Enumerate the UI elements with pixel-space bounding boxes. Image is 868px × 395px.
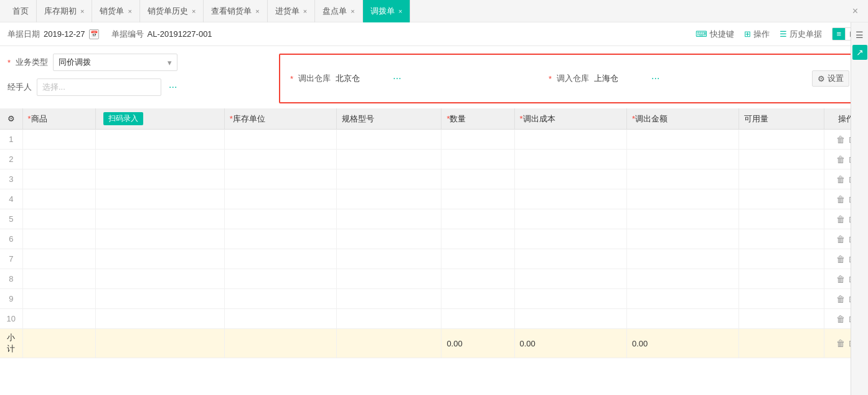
delete-icon[interactable]: 🗑 xyxy=(834,135,847,145)
cell-unit[interactable] xyxy=(224,130,336,150)
tab-sales-history-close[interactable]: × xyxy=(192,7,196,15)
shortcuts-btn[interactable]: ⌨ 快捷键 xyxy=(696,29,734,40)
cell-amount[interactable]: 0.00 xyxy=(627,329,739,358)
cell-amount[interactable] xyxy=(627,289,739,309)
business-type-dropdown[interactable]: 同价调拨 ▾ xyxy=(53,54,177,71)
cell-cost[interactable] xyxy=(514,309,626,329)
cell-qty[interactable] xyxy=(441,309,514,329)
cell-cost[interactable] xyxy=(514,249,626,269)
delete-icon[interactable]: 🗑 xyxy=(834,234,847,244)
cell-qty[interactable] xyxy=(441,209,514,229)
calendar-icon[interactable]: 📅 xyxy=(89,29,99,39)
delete-icon[interactable]: 🗑 xyxy=(834,294,847,304)
cell-cost[interactable] xyxy=(514,130,626,150)
cell-spec[interactable] xyxy=(337,249,441,269)
cell-cost[interactable] xyxy=(514,269,626,289)
cell-cost[interactable] xyxy=(514,189,626,209)
cell-qty[interactable] xyxy=(441,130,514,150)
tab-view-sales[interactable]: 查看销货单 × xyxy=(204,0,267,22)
cell-amount[interactable] xyxy=(627,189,739,209)
cell-unit[interactable] xyxy=(224,150,336,169)
in-warehouse-more-btn[interactable]: ··· xyxy=(649,73,662,84)
cell-amount[interactable] xyxy=(627,169,739,189)
cell-amount[interactable] xyxy=(627,150,739,169)
cell-amount[interactable] xyxy=(627,229,739,249)
cell-product[interactable] xyxy=(22,289,95,309)
cell-unit[interactable] xyxy=(224,209,336,229)
cell-product[interactable] xyxy=(22,329,95,358)
delete-icon[interactable]: 🗑 xyxy=(834,194,847,204)
tab-inventory-check[interactable]: 盘点单 × xyxy=(315,0,362,22)
cell-unit[interactable] xyxy=(224,169,336,189)
tab-purchase-order[interactable]: 进货单 × xyxy=(268,0,315,22)
cell-unit[interactable] xyxy=(224,329,336,358)
handler-more-btn[interactable]: ··· xyxy=(166,82,179,93)
tab-home[interactable]: 首页 xyxy=(5,0,37,22)
cell-unit[interactable] xyxy=(224,229,336,249)
scan-btn[interactable]: 扫码录入 xyxy=(103,112,143,125)
cell-amount[interactable] xyxy=(627,269,739,289)
cell-unit[interactable] xyxy=(224,309,336,329)
cell-cost[interactable] xyxy=(514,169,626,189)
cell-spec[interactable] xyxy=(337,289,441,309)
tab-transfer[interactable]: 调拨单 × xyxy=(363,0,410,22)
cell-spec[interactable] xyxy=(337,269,441,289)
delete-icon[interactable]: 🗑 xyxy=(834,214,847,224)
cell-product[interactable] xyxy=(22,169,95,189)
cell-cost[interactable] xyxy=(514,150,626,169)
cell-product[interactable] xyxy=(22,150,95,169)
cell-unit[interactable] xyxy=(224,189,336,209)
cell-amount[interactable] xyxy=(627,249,739,269)
tab-sales-history[interactable]: 销货单历史 × xyxy=(140,0,204,22)
tab-transfer-close[interactable]: × xyxy=(399,7,402,15)
cell-spec[interactable] xyxy=(337,329,441,358)
delete-icon[interactable]: 🗑 xyxy=(834,254,847,264)
cell-spec[interactable] xyxy=(337,229,441,249)
cell-product[interactable] xyxy=(22,209,95,229)
delete-icon[interactable]: 🗑 xyxy=(834,314,847,324)
cell-unit[interactable] xyxy=(224,249,336,269)
tab-purchase-order-close[interactable]: × xyxy=(303,7,307,15)
cell-cost[interactable] xyxy=(514,289,626,309)
tab-inventory-init[interactable]: 库存期初 × xyxy=(37,0,92,22)
delete-icon[interactable]: 🗑 xyxy=(834,155,847,164)
out-warehouse-more-btn[interactable]: ··· xyxy=(390,73,403,84)
operations-btn[interactable]: ⊞ 操作 xyxy=(744,29,770,40)
cell-amount[interactable] xyxy=(627,209,739,229)
cell-qty[interactable] xyxy=(441,269,514,289)
cell-unit[interactable] xyxy=(224,269,336,289)
cell-amount[interactable] xyxy=(627,130,739,150)
cell-qty[interactable] xyxy=(441,289,514,309)
tab-sales-order[interactable]: 销货单 × xyxy=(92,0,139,22)
cell-spec[interactable] xyxy=(337,169,441,189)
settings-btn[interactable]: ⚙ 设置 xyxy=(812,70,849,87)
cell-qty[interactable] xyxy=(441,150,514,169)
delete-icon[interactable]: 🗑 xyxy=(834,338,847,348)
handler-dropdown[interactable]: 选择... xyxy=(37,79,161,96)
tab-inventory-check-close[interactable]: × xyxy=(351,7,354,15)
cell-product[interactable] xyxy=(22,269,95,289)
sidebar-export-icon[interactable]: ↗ xyxy=(852,45,867,60)
cell-spec[interactable] xyxy=(337,150,441,169)
cell-cost[interactable] xyxy=(514,229,626,249)
cell-qty[interactable] xyxy=(441,229,514,249)
cell-unit[interactable] xyxy=(224,289,336,309)
tab-view-sales-close[interactable]: × xyxy=(255,7,259,15)
cell-cost[interactable]: 0.00 xyxy=(514,329,626,358)
cell-spec[interactable] xyxy=(337,309,441,329)
cell-qty[interactable] xyxy=(441,249,514,269)
tab-sales-order-close[interactable]: × xyxy=(128,7,131,15)
tab-inventory-init-close[interactable]: × xyxy=(80,7,84,15)
cell-product[interactable] xyxy=(22,249,95,269)
delete-icon[interactable]: 🗑 xyxy=(834,274,847,284)
cell-qty[interactable]: 0.00 xyxy=(441,329,514,358)
cell-cost[interactable] xyxy=(514,209,626,229)
cell-qty[interactable] xyxy=(441,189,514,209)
close-all-tabs[interactable]: × xyxy=(847,6,863,17)
cell-qty[interactable] xyxy=(441,169,514,189)
col-gear[interactable]: ⚙ xyxy=(0,108,22,130)
cell-product[interactable] xyxy=(22,189,95,209)
history-btn[interactable]: ☰ 历史单据 xyxy=(780,29,822,40)
cell-product[interactable] xyxy=(22,229,95,249)
sidebar-document-icon[interactable]: ☰ xyxy=(852,27,867,42)
